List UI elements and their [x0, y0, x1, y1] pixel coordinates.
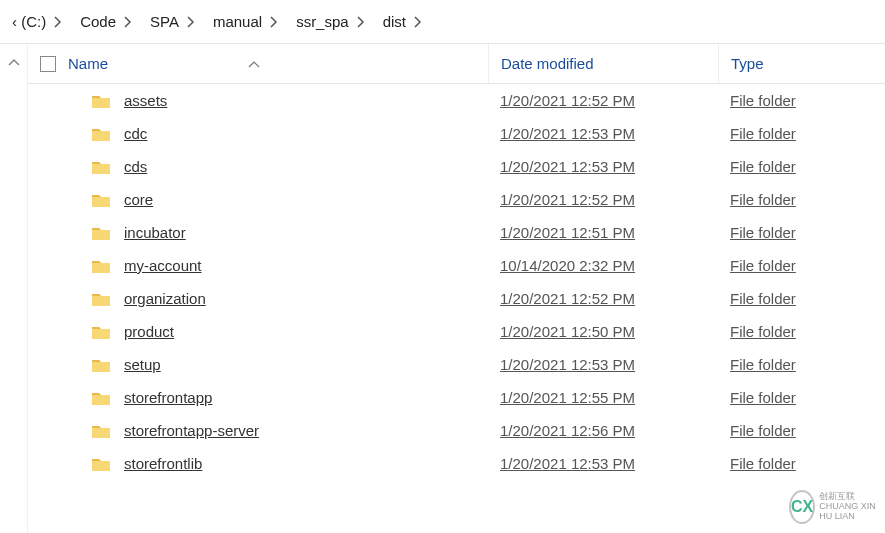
column-header-type[interactable]: Type [718, 44, 885, 83]
file-date: 1/20/2021 12:52 PM [500, 191, 635, 208]
table-row[interactable]: my-account 10/14/2020 2:32 PM File folde… [28, 249, 885, 282]
table-row[interactable]: assets 1/20/2021 12:52 PM File folder [28, 84, 885, 117]
column-header-date[interactable]: Date modified [488, 44, 718, 83]
caret-up-icon [8, 52, 20, 533]
chevron-right-icon[interactable] [410, 14, 426, 30]
table-row[interactable]: incubator 1/20/2021 12:51 PM File folder [28, 216, 885, 249]
table-row[interactable]: storefrontlib 1/20/2021 12:53 PM File fo… [28, 447, 885, 480]
file-name: product [124, 323, 174, 340]
file-type: File folder [730, 422, 796, 439]
table-row[interactable]: storefrontapp-server 1/20/2021 12:56 PM … [28, 414, 885, 447]
folder-icon [92, 292, 110, 306]
file-type: File folder [730, 290, 796, 307]
table-row[interactable]: product 1/20/2021 12:50 PM File folder [28, 315, 885, 348]
breadcrumb-item-label: SPA [148, 13, 181, 30]
folder-icon [92, 457, 110, 471]
file-date: 1/20/2021 12:53 PM [500, 356, 635, 373]
chevron-right-icon[interactable] [50, 14, 66, 30]
file-type: File folder [730, 257, 796, 274]
table-row[interactable]: core 1/20/2021 12:52 PM File folder [28, 183, 885, 216]
breadcrumb-item-3[interactable]: ssr_spa [288, 0, 375, 43]
file-name: incubator [124, 224, 186, 241]
breadcrumb-root-label: ‹ (C:) [10, 13, 48, 30]
folder-icon [92, 358, 110, 372]
column-header-name-label: Name [68, 55, 108, 72]
breadcrumb-item-0[interactable]: Code [72, 0, 142, 43]
watermark-line2: CHUANG XIN HU LIAN [819, 502, 879, 522]
file-name: organization [124, 290, 206, 307]
checkbox-icon [40, 56, 56, 72]
file-name: storefrontapp-server [124, 422, 259, 439]
breadcrumb-item-4[interactable]: dist [375, 0, 432, 43]
folder-icon [92, 391, 110, 405]
select-all-checkbox[interactable] [28, 56, 68, 72]
breadcrumb[interactable]: ‹ (C:) Code SPA manual ssr_spa dist [0, 0, 885, 44]
table-row[interactable]: storefrontapp 1/20/2021 12:55 PM File fo… [28, 381, 885, 414]
breadcrumb-item-label: manual [211, 13, 264, 30]
sort-indicator-icon [248, 59, 260, 70]
file-rows: assets 1/20/2021 12:52 PM File folder cd… [28, 84, 885, 480]
file-date: 10/14/2020 2:32 PM [500, 257, 635, 274]
file-type: File folder [730, 158, 796, 175]
file-type: File folder [730, 92, 796, 109]
breadcrumb-item-2[interactable]: manual [205, 0, 288, 43]
folder-icon [92, 424, 110, 438]
chevron-right-icon[interactable] [120, 14, 136, 30]
chevron-right-icon[interactable] [266, 14, 282, 30]
breadcrumb-item-label: dist [381, 13, 408, 30]
file-date: 1/20/2021 12:53 PM [500, 125, 635, 142]
file-name: storefrontapp [124, 389, 212, 406]
file-type: File folder [730, 356, 796, 373]
file-date: 1/20/2021 12:50 PM [500, 323, 635, 340]
file-type: File folder [730, 224, 796, 241]
table-row[interactable]: setup 1/20/2021 12:53 PM File folder [28, 348, 885, 381]
file-date: 1/20/2021 12:52 PM [500, 92, 635, 109]
file-name: my-account [124, 257, 202, 274]
file-name: cds [124, 158, 147, 175]
file-name: core [124, 191, 153, 208]
watermark-glyph: CX [789, 490, 815, 524]
file-name: storefrontlib [124, 455, 202, 472]
column-header-name[interactable]: Name [68, 55, 488, 72]
file-date: 1/20/2021 12:56 PM [500, 422, 635, 439]
file-list-pane: Name Date modified Type assets [28, 44, 885, 533]
table-row[interactable]: cds 1/20/2021 12:53 PM File folder [28, 150, 885, 183]
file-type: File folder [730, 323, 796, 340]
folder-icon [92, 127, 110, 141]
file-type: File folder [730, 191, 796, 208]
file-type: File folder [730, 125, 796, 142]
file-date: 1/20/2021 12:55 PM [500, 389, 635, 406]
breadcrumb-item-label: Code [78, 13, 118, 30]
folder-icon [92, 325, 110, 339]
file-date: 1/20/2021 12:53 PM [500, 158, 635, 175]
column-header-type-label: Type [731, 55, 764, 72]
column-header-date-label: Date modified [501, 55, 594, 72]
watermark-logo: CX 创新互联 CHUANG XIN HU LIAN [789, 487, 879, 527]
breadcrumb-item-1[interactable]: SPA [142, 0, 205, 43]
file-type: File folder [730, 455, 796, 472]
column-headers: Name Date modified Type [28, 44, 885, 84]
table-row[interactable]: organization 1/20/2021 12:52 PM File fol… [28, 282, 885, 315]
file-name: setup [124, 356, 161, 373]
file-date: 1/20/2021 12:53 PM [500, 455, 635, 472]
breadcrumb-item-label: ssr_spa [294, 13, 351, 30]
table-row[interactable]: cdc 1/20/2021 12:53 PM File folder [28, 117, 885, 150]
file-date: 1/20/2021 12:52 PM [500, 290, 635, 307]
folder-icon [92, 94, 110, 108]
file-date: 1/20/2021 12:51 PM [500, 224, 635, 241]
chevron-right-icon[interactable] [183, 14, 199, 30]
scroll-gutter[interactable] [0, 44, 28, 533]
file-name: assets [124, 92, 167, 109]
file-type: File folder [730, 389, 796, 406]
folder-icon [92, 259, 110, 273]
folder-icon [92, 160, 110, 174]
chevron-right-icon[interactable] [353, 14, 369, 30]
breadcrumb-root[interactable]: ‹ (C:) [4, 0, 72, 43]
folder-icon [92, 193, 110, 207]
folder-icon [92, 226, 110, 240]
file-name: cdc [124, 125, 147, 142]
